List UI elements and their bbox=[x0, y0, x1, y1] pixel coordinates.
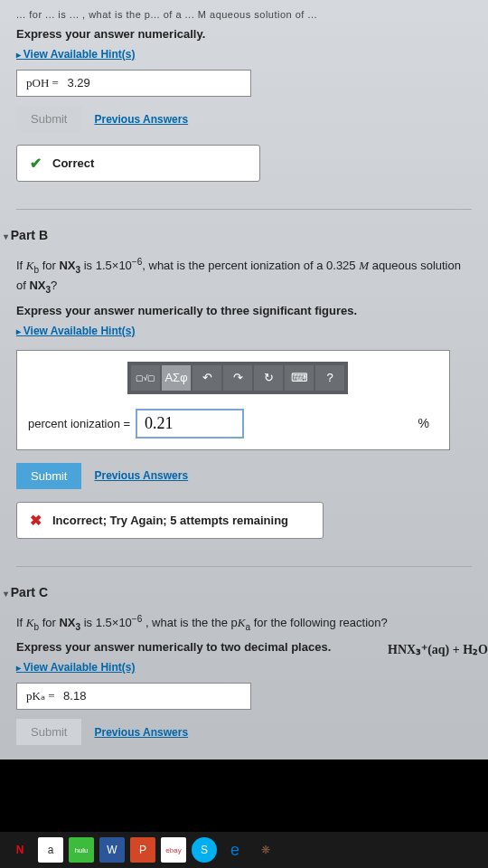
check-icon: ✔ bbox=[30, 155, 42, 172]
ebay-icon[interactable]: ebay bbox=[161, 837, 186, 863]
x-icon: ✖ bbox=[30, 512, 42, 529]
pka-value: 8.18 bbox=[63, 689, 86, 703]
prev-answers-b[interactable]: Previous Answers bbox=[94, 469, 188, 482]
percent-unit: % bbox=[418, 416, 438, 430]
pka-label: pKₐ = bbox=[26, 689, 54, 703]
submit-button-c: Submit bbox=[16, 719, 81, 745]
greek-tool[interactable]: ΑΣφ bbox=[162, 365, 191, 391]
screen-bottom bbox=[0, 760, 488, 832]
undo-tool[interactable]: ↶ bbox=[192, 365, 221, 391]
taskbar: N a hulu W P ebay S e ❋ bbox=[0, 832, 488, 868]
hints-link-a[interactable]: View Available Hint(s) bbox=[16, 48, 472, 61]
equation: HNX₃⁺(aq) + H₂O bbox=[388, 642, 488, 657]
feedback-correct: ✔ Correct bbox=[16, 145, 260, 182]
fraction-tool[interactable]: ▢√▢ bbox=[131, 365, 160, 391]
percent-label: percent ionization = bbox=[28, 417, 130, 430]
powerpoint-icon[interactable]: P bbox=[130, 837, 155, 863]
math-input-box: ▢√▢ ΑΣφ ↶ ↷ ↻ ⌨ ? percent ionization = % bbox=[16, 350, 450, 450]
keyboard-tool[interactable]: ⌨ bbox=[285, 365, 314, 391]
help-tool[interactable]: ? bbox=[315, 365, 344, 391]
math-toolbar: ▢√▢ ΑΣφ ↶ ↷ ↻ ⌨ ? bbox=[127, 362, 348, 394]
part-b-instruction: Express your answer numerically to three… bbox=[16, 304, 472, 317]
hints-link-b[interactable]: View Available Hint(s) bbox=[16, 325, 472, 337]
app-icon[interactable]: ❋ bbox=[253, 837, 278, 863]
submit-button-a: Submit bbox=[16, 106, 81, 132]
incorrect-text: Incorrect; Try Again; 5 attempts remaini… bbox=[52, 514, 288, 527]
percent-input[interactable] bbox=[136, 409, 244, 439]
poh-label: pOH = bbox=[26, 76, 59, 90]
part-a-instruction: Express your answer numerically. bbox=[16, 27, 472, 41]
part-b-header[interactable]: Part B bbox=[16, 209, 472, 242]
reset-tool[interactable]: ↻ bbox=[254, 365, 283, 391]
pka-answer-box: pKₐ = 8.18 bbox=[16, 683, 251, 710]
prev-answers-c[interactable]: Previous Answers bbox=[94, 726, 188, 739]
part-c-header[interactable]: Part C bbox=[16, 566, 472, 599]
hints-link-c[interactable]: View Available Hint(s) bbox=[16, 661, 472, 674]
cutoff-text: ... for ... is ... , what is the p... of… bbox=[16, 9, 472, 20]
poh-answer-box: pOH = 3.29 bbox=[16, 70, 251, 97]
skype-icon[interactable]: S bbox=[192, 837, 217, 863]
part-b-question: If Kb for NX3 is 1.5×10−6, what is the p… bbox=[16, 255, 472, 297]
poh-value: 3.29 bbox=[67, 76, 89, 90]
edge-icon[interactable]: e bbox=[222, 837, 248, 863]
word-icon[interactable]: W bbox=[99, 837, 125, 863]
submit-button-b[interactable]: Submit bbox=[16, 463, 81, 489]
prev-answers-a[interactable]: Previous Answers bbox=[94, 113, 188, 126]
part-c-question: If Kb for NX3 is 1.5×10−6 , what is the … bbox=[16, 612, 472, 634]
redo-tool[interactable]: ↷ bbox=[223, 365, 252, 391]
hulu-icon[interactable]: hulu bbox=[69, 837, 94, 863]
amazon-icon[interactable]: a bbox=[38, 837, 63, 863]
correct-text: Correct bbox=[52, 156, 94, 170]
feedback-incorrect: ✖ Incorrect; Try Again; 5 attempts remai… bbox=[16, 502, 324, 539]
netflix-icon[interactable]: N bbox=[7, 837, 33, 863]
